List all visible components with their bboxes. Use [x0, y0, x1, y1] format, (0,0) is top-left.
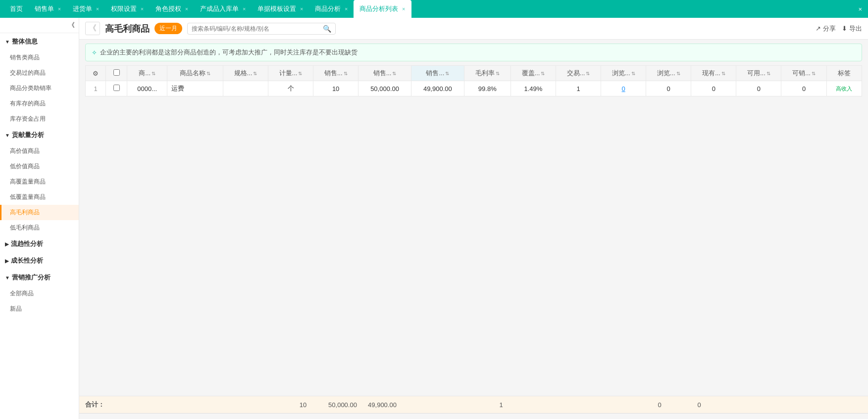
th-checkbox[interactable]: [106, 66, 127, 81]
sidebar-section-growth[interactable]: ▶ 成长性分析: [0, 252, 79, 269]
th-sales2[interactable]: 销售...⇅: [358, 66, 411, 81]
sort-icon[interactable]: ⇅: [206, 71, 210, 76]
row-available: 0: [736, 81, 781, 96]
sidebar-section-growth-label: 成长性分析: [11, 256, 43, 265]
select-all-checkbox[interactable]: [113, 69, 120, 76]
th-code[interactable]: 商...⇅: [127, 66, 167, 81]
export-icon: ⬇: [842, 25, 847, 32]
th-spec[interactable]: 规格...⇅: [223, 66, 268, 81]
nav-role[interactable]: 角色授权 ×: [150, 0, 194, 18]
th-available[interactable]: 可用...⇅: [736, 66, 781, 81]
sidebar-item-sales-goods[interactable]: 销售类商品: [0, 50, 79, 65]
footer-cell-1: [164, 401, 204, 409]
row-select-checkbox[interactable]: [113, 85, 120, 91]
sort-icon[interactable]: ⇅: [445, 71, 449, 76]
th-gross-rate[interactable]: 毛利率⇅: [464, 66, 511, 81]
nav-product-entry[interactable]: 产成品入库单 ×: [194, 0, 252, 18]
window-close-icon[interactable]: ×: [856, 5, 864, 13]
sidebar-item-traded-goods[interactable]: 交易过的商品: [0, 65, 79, 81]
th-settings[interactable]: ⚙: [86, 66, 106, 81]
sort-icon[interactable]: ⇅: [298, 71, 302, 76]
sort-icon[interactable]: ⇅: [496, 71, 500, 76]
sidebar-item-new-goods[interactable]: 新品: [0, 301, 79, 317]
sidebar-item-low-value[interactable]: 低价值商品: [0, 159, 79, 174]
sidebar-section-marketing-label: 营销推广分析: [12, 273, 51, 282]
close-icon[interactable]: ×: [58, 6, 61, 12]
filter-recent-month-button[interactable]: 近一月: [154, 23, 182, 34]
row-checkbox[interactable]: [106, 81, 127, 96]
sidebar-section-trend[interactable]: ▶ 流趋性分析: [0, 235, 79, 252]
horizontal-scrollbar[interactable]: [79, 413, 868, 419]
sort-icon[interactable]: ⇅: [586, 71, 590, 76]
settings-icon[interactable]: ⚙: [93, 70, 99, 77]
sort-icon[interactable]: ⇅: [253, 71, 257, 76]
th-sales3[interactable]: 销售...⇅: [411, 66, 464, 81]
sort-icon[interactable]: ⇅: [631, 71, 635, 76]
nav-purchase[interactable]: 进货单 ×: [67, 0, 105, 18]
footer-cell-sales1: 10: [283, 401, 323, 409]
sidebar-item-all-goods[interactable]: 全部商品: [0, 286, 79, 301]
search-icon[interactable]: 🔍: [323, 25, 331, 33]
sort-icon[interactable]: ⇅: [676, 71, 680, 76]
sidebar-toggle-button[interactable]: 《: [85, 22, 100, 35]
sidebar-collapse-button[interactable]: 《: [68, 21, 75, 30]
th-trade[interactable]: 交易...⇅: [556, 66, 601, 81]
nav-product-analysis[interactable]: 商品分析 ×: [309, 0, 354, 18]
sidebar-item-stock-capital[interactable]: 库存资金占用: [0, 111, 79, 127]
sidebar-item-high-coverage[interactable]: 高覆盖量商品: [0, 174, 79, 189]
nav-template[interactable]: 单据模板设置 ×: [252, 0, 309, 18]
close-icon[interactable]: ×: [345, 6, 348, 12]
sort-icon[interactable]: ⇅: [812, 71, 816, 76]
th-browse1[interactable]: 浏览...⇅: [601, 66, 646, 81]
row-name: 运费: [167, 81, 223, 96]
header-right: ↗ 分享 ⬇ 导出: [816, 24, 862, 33]
sort-icon[interactable]: ⇅: [766, 71, 770, 76]
sidebar-item-low-coverage[interactable]: 低覆盖量商品: [0, 189, 79, 205]
sidebar-item-in-stock[interactable]: 有库存的商品: [0, 96, 79, 111]
th-sales1[interactable]: 销售...⇅: [313, 66, 358, 81]
nav-permission[interactable]: 权限设置 ×: [105, 0, 150, 18]
close-icon[interactable]: ×: [96, 6, 99, 12]
nav-product-analysis-list[interactable]: 商品分析列表 ×: [354, 0, 411, 18]
sidebar-section-overall[interactable]: ▼ 整体信息: [0, 33, 79, 50]
close-icon[interactable]: ×: [243, 6, 246, 12]
sort-icon[interactable]: ⇅: [541, 71, 545, 76]
data-table: ⚙ 商...⇅ 商品名称⇅ 规格...⇅ 计量...⇅ 销售...⇅ 销售...…: [85, 65, 862, 96]
th-unit[interactable]: 计量...⇅: [268, 66, 313, 81]
sidebar-item-high-value[interactable]: 高价值商品: [0, 143, 79, 159]
sidebar-section-marketing[interactable]: ▼ 营销推广分析: [0, 269, 79, 286]
th-sellable[interactable]: 可销...⇅: [781, 66, 826, 81]
table-header-row: ⚙ 商...⇅ 商品名称⇅ 规格...⇅ 计量...⇅ 销售...⇅ 销售...…: [86, 66, 862, 81]
nav-sales[interactable]: 销售单 ×: [29, 0, 67, 18]
th-current[interactable]: 现有...⇅: [691, 66, 736, 81]
sidebar-item-high-margin[interactable]: 高毛利商品: [0, 205, 79, 220]
sidebar-section-contribution[interactable]: ▼ 贡献量分析: [0, 127, 79, 143]
sort-icon[interactable]: ⇅: [152, 71, 155, 76]
nav-home[interactable]: 首页: [4, 0, 29, 18]
row-spec: [223, 81, 268, 96]
footer-cell-3: [244, 401, 283, 409]
export-button[interactable]: ⬇ 导出: [842, 24, 862, 33]
sort-icon[interactable]: ⇅: [721, 71, 725, 76]
search-input[interactable]: [192, 25, 323, 32]
table-wrapper[interactable]: ⚙ 商...⇅ 商品名称⇅ 规格...⇅ 计量...⇅ 销售...⇅ 销售...…: [85, 65, 862, 396]
th-name[interactable]: 商品名称⇅: [167, 66, 223, 81]
close-icon[interactable]: ×: [402, 6, 405, 12]
row-browse1[interactable]: 0: [601, 81, 646, 96]
sidebar-section-overall-label: 整体信息: [12, 37, 38, 46]
share-icon: ↗: [816, 25, 821, 32]
footer-cells: 10 50,000.00 49,900.00 1 0 0: [125, 401, 862, 409]
close-icon[interactable]: ×: [185, 6, 188, 12]
row-coverage: 1.49%: [511, 81, 556, 96]
share-button[interactable]: ↗ 分享: [816, 24, 836, 33]
th-browse2[interactable]: 浏览...⇅: [646, 66, 691, 81]
sort-icon[interactable]: ⇅: [344, 71, 348, 76]
sidebar-item-low-margin[interactable]: 低毛利商品: [0, 220, 79, 235]
sort-icon[interactable]: ⇅: [392, 71, 396, 76]
footer-cell-available: 0: [640, 401, 679, 409]
th-coverage[interactable]: 覆盖...⇅: [511, 66, 556, 81]
close-icon[interactable]: ×: [141, 6, 144, 12]
row-code[interactable]: 0000...: [127, 81, 167, 96]
close-icon[interactable]: ×: [300, 6, 303, 12]
sidebar-item-category-assist[interactable]: 商品分类助销率: [0, 81, 79, 96]
